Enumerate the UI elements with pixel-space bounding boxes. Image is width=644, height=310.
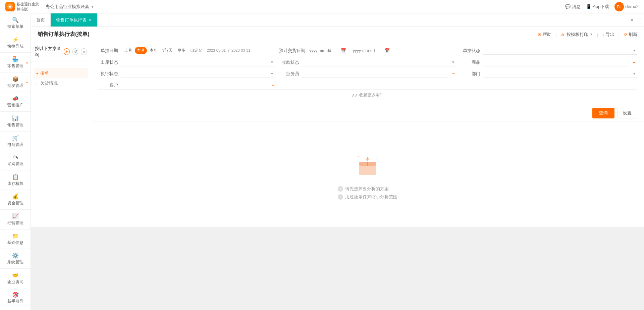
avatar: Ea — [614, 2, 624, 11]
exec-status-label: 执行状态 — [98, 71, 118, 77]
customer-input[interactable] — [121, 81, 268, 89]
expected-date-end-input[interactable] — [353, 48, 383, 53]
date-tab-custom[interactable]: 自定义 — [188, 47, 204, 54]
sidebar-item-search[interactable]: 🔍 搜索菜单 — [0, 13, 31, 33]
sidebar-item-basic-info[interactable]: 📁 基础信息 — [0, 229, 31, 249]
date-tab-this-month[interactable]: 本月 — [135, 47, 147, 54]
sidebar-item-sales[interactable]: 📊 销售管理 — [0, 112, 31, 132]
outbound-status-select[interactable] — [121, 58, 275, 66]
filter-field-receipt: 收款状态 ▼ — [279, 58, 456, 66]
tip-num-1: 1 — [338, 186, 343, 192]
collapse-scheme-button[interactable]: « — [81, 48, 87, 55]
date-tab-group: 上月 本月 本年 近7天 更多 自定义 — [122, 47, 204, 54]
dept-select[interactable] — [483, 70, 637, 78]
filter-section: 单据日期 上月 本月 本年 近7天 更多 — [91, 42, 644, 105]
help-button[interactable]: ⊙ 帮助 — [538, 32, 551, 38]
scheme-inactive-icon: ○ — [36, 82, 38, 85]
sidebar-item-finance[interactable]: 💰 资金管理 — [0, 190, 31, 210]
date-tab-more[interactable]: 更多 — [175, 47, 187, 54]
settings-button[interactable]: 设置 — [617, 108, 637, 118]
ecommerce-icon: 🛒 — [12, 135, 19, 141]
retail-icon: 🏪 — [12, 56, 19, 62]
sidebar-item-system[interactable]: ⚙️ 系统管理 — [0, 249, 31, 269]
exec-status-select[interactable] — [121, 70, 275, 78]
sidebar-item-ecommerce[interactable]: 🛒 电商管理 — [0, 132, 31, 151]
user-profile[interactable]: Ea demo2 — [614, 2, 639, 11]
action-sep-1: | — [555, 32, 556, 37]
date-tab-this-year[interactable]: 本年 — [148, 47, 160, 54]
date-label: 单据日期 — [98, 48, 118, 54]
tab-close-window-icon[interactable]: ✕ — [630, 17, 634, 23]
header-right: 💬 消息 📱 App下载 Ea demo2 — [565, 2, 639, 11]
sidebar-item-enterprise[interactable]: 🤝 企业协同 — [0, 269, 31, 289]
logo-text: 畅捷通好生意 标准版 — [17, 2, 39, 11]
breadcrumb-arrow-icon: ▼ — [91, 5, 94, 9]
message-icon: 💬 — [565, 4, 571, 9]
svg-point-5 — [358, 156, 359, 157]
sidebar-item-newbie[interactable]: 🎯 新手引导 — [0, 288, 31, 308]
sidebar-item-marketing[interactable]: 📣 营销推广 — [0, 92, 31, 112]
add-scheme-button[interactable]: + — [64, 48, 70, 55]
export-button[interactable]: ↓ 导出 — [602, 32, 614, 38]
salesperson-input[interactable] — [302, 70, 448, 78]
filter-row-1: 单据日期 上月 本月 本年 近7天 更多 — [98, 46, 637, 55]
expected-date-start-calendar-icon[interactable]: 📅 — [341, 48, 346, 53]
print-button[interactable]: 🖨 按模板打印 ▼ — [561, 32, 593, 38]
purchase-icon: 🛍 — [13, 154, 18, 160]
action-sep-3: | — [619, 32, 620, 37]
sidebar-item-wholesale[interactable]: 📦 批发管理 — [0, 72, 31, 92]
bill-status-label: 单据状态 — [460, 48, 480, 54]
basic-info-icon: 📁 — [12, 233, 19, 239]
sales-icon: 📊 — [12, 115, 19, 121]
tab-close-icon[interactable]: ✕ — [89, 18, 92, 22]
expected-date-end-calendar-icon[interactable]: 📅 — [384, 48, 390, 53]
filter-row-2: 出库状态 ▼ — [98, 58, 637, 66]
sidebar-item-inventory[interactable]: 📋 库存核算 — [0, 170, 31, 190]
search-icon: 🔍 — [12, 17, 19, 23]
goods-dots-icon[interactable]: ··· — [632, 59, 637, 66]
sidebar-item-purchase[interactable]: 🛍 采购管理 — [0, 151, 31, 170]
date-tab-last-month[interactable]: 上月 — [122, 47, 134, 54]
customer-dots-icon[interactable]: ··· — [271, 82, 276, 89]
receipt-status-select[interactable] — [302, 58, 456, 66]
logo-icon — [5, 2, 15, 11]
refresh-scheme-button[interactable]: ↺ — [72, 48, 78, 55]
scheme-item-by-order[interactable]: ● 按单 — [34, 68, 88, 78]
tab-home[interactable]: 首页 — [31, 13, 51, 27]
print-arrow-icon: ▼ — [590, 33, 593, 36]
empty-tip-1: 1 请先选择要分析的方案 — [338, 186, 397, 192]
inner-content: 销售订单执行表(按单) ⊙ 帮助 | 🖨 按模板打印 ▼ | — [31, 27, 644, 227]
header-left: 畅捷通好生意 标准版 办公用品行业模拟账套 ▼ — [5, 2, 94, 11]
message-button[interactable]: 💬 消息 — [565, 4, 581, 10]
main-layout: 🔍 搜索菜单 ⚡ 快捷导航 🏪 零售管理 📦 批发管理 📣 营销推广 📊 销售管… — [0, 13, 644, 310]
system-icon: ⚙️ — [12, 252, 19, 259]
expected-date-label: 预计交货日期 — [279, 48, 305, 54]
goods-input[interactable] — [483, 58, 629, 66]
salesperson-dots-icon[interactable]: ··· — [451, 70, 456, 77]
expected-date-start-input[interactable] — [309, 48, 339, 53]
refresh-button[interactable]: ↺ 刷新 — [624, 32, 637, 38]
scheme-item-receivable[interactable]: ○ 欠货情况 — [34, 78, 88, 88]
sidebar-item-quick-nav[interactable]: ⚡ 快捷导航 — [0, 33, 31, 53]
filter-field-customer: 客户 ··· — [98, 81, 276, 89]
content-area: 首页 销售订单执行表 ✕ ✕ ⛶ 销售订单执行表(按单) ⊙ — [31, 13, 644, 310]
action-bar: 查询 设置 — [91, 105, 644, 121]
empty-illustration — [351, 148, 384, 182]
tab-expand-icon[interactable]: ⛶ — [637, 17, 641, 23]
collapse-bar[interactable]: ∧∧ 收起更多条件 — [98, 89, 637, 101]
enterprise-icon: 🤝 — [12, 272, 19, 278]
finance-icon: 💰 — [12, 193, 19, 200]
query-button[interactable]: 查询 — [592, 108, 614, 118]
action-sep-2: | — [597, 32, 598, 37]
receipt-status-select-wrapper: ▼ — [302, 58, 456, 66]
sidebar-item-operations[interactable]: 📈 经营管理 — [0, 210, 31, 229]
sidebar-item-app-center[interactable]: 📱 应用中心 — [0, 308, 31, 310]
app-download-button[interactable]: 📱 App下载 — [586, 4, 609, 10]
tab-sales-list[interactable]: 销售订单执行表 ✕ — [51, 13, 98, 27]
sidebar-item-retail[interactable]: 🏪 零售管理 — [0, 53, 31, 72]
inventory-icon: 📋 — [12, 174, 19, 180]
breadcrumb[interactable]: 办公用品行业模拟账套 ▼ — [46, 4, 94, 10]
operations-icon: 📈 — [12, 213, 19, 219]
bill-status-select[interactable] — [483, 47, 637, 54]
date-tab-7days[interactable]: 近7天 — [160, 47, 175, 54]
